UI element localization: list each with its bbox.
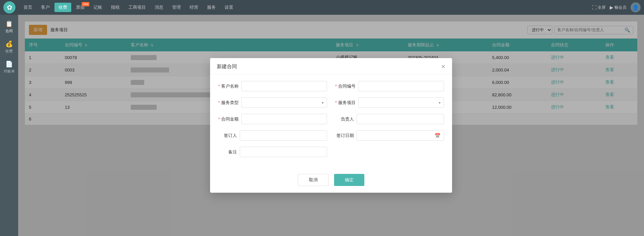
modal-body: 客户名称 合同编号 服务类型 <box>210 74 452 170</box>
notes-label: 备注 <box>218 149 237 155</box>
notes-input[interactable] <box>240 147 327 157</box>
app-logo: ✿ <box>3 1 15 13</box>
sidebar-item-billing[interactable]: 💰 收费 <box>0 38 18 56</box>
fullscreen-button[interactable]: ⛶ 全屏 <box>592 5 606 10</box>
billing-icon: 💰 <box>5 40 13 48</box>
form-group-signer: 签订人 <box>218 130 327 141</box>
new-contract-modal: 新建合同 ✕ 客户名称 合同编号 <box>210 58 452 193</box>
form-group-notes: 备注 <box>218 147 327 157</box>
form-group-contract-amount: 合同金额 0.00 <box>218 114 327 124</box>
customer-name-input[interactable] <box>241 81 327 91</box>
form-group-service-type: 服务类型 ▼ <box>218 97 327 108</box>
cancel-button[interactable]: 取消 <box>298 174 329 186</box>
fullscreen-icon: ⛶ <box>592 5 597 10</box>
form-group-sign-date: 签订日期 2023-06-06 📅 <box>335 130 444 141</box>
contract-no-input[interactable] <box>358 81 444 91</box>
top-right-actions: ⛶ 全屏 ▶ 畅会员 👤 <box>592 2 641 12</box>
service-type-label: 服务类型 <box>218 100 239 106</box>
customer-name-label: 客户名称 <box>218 83 239 89</box>
sidebar-item-statement[interactable]: 📄 对账单 <box>0 58 18 77</box>
signer-input[interactable] <box>240 130 327 141</box>
form-row-2: 服务类型 ▼ 服务项目 ▼ <box>218 97 444 108</box>
form-row-5: 备注 <box>218 147 444 157</box>
service-type-select[interactable] <box>241 97 327 108</box>
avatar[interactable]: 👤 <box>631 2 641 12</box>
statement-icon: 📄 <box>5 60 13 68</box>
nav-item-billing[interactable]: 收费 <box>54 3 71 12</box>
form-group-responsible: 负责人 <box>335 114 444 124</box>
member-button[interactable]: ▶ 畅会员 <box>610 5 627 10</box>
nav-item-bookkeeping[interactable]: 记账 <box>89 3 106 12</box>
nav-item-business[interactable]: 工商项目 <box>124 3 150 12</box>
nav-item-home[interactable]: 首页 <box>19 3 36 12</box>
form-row-1: 客户名称 合同编号 <box>218 81 444 91</box>
sidebar-item-label-contract: 合同 <box>5 29 13 34</box>
service-item-label: 服务项目 <box>335 100 356 106</box>
form-row-4: 签订人 签订日期 2023-06-06 📅 <box>218 130 444 141</box>
nav-items-list: 首页 客户 收费 票据 new 记账 报税 工商项目 消息 管理 经营 服务 设… <box>19 3 592 12</box>
service-type-select-wrapper: ▼ <box>241 97 327 108</box>
modal-header: 新建合同 ✕ <box>210 58 452 74</box>
nav-item-manage[interactable]: 管理 <box>168 3 185 12</box>
user-icon: 👤 <box>632 4 639 11</box>
contract-amount-input[interactable]: 0.00 <box>241 114 327 124</box>
sidebar-item-contract[interactable]: 📋 合同 <box>0 17 18 36</box>
main-layout: 📋 合同 💰 收费 📄 对账单 新增 服务项目 进行中 已完成 已终止 <box>0 15 644 236</box>
fullscreen-label: 全屏 <box>598 5 606 10</box>
member-label: 畅会员 <box>614 5 627 10</box>
form-row-3: 合同金额 0.00 负责人 <box>218 114 444 124</box>
contract-icon: 📋 <box>5 20 13 28</box>
nav-item-customer[interactable]: 客户 <box>37 3 54 12</box>
sign-date-wrapper: 2023-06-06 📅 <box>357 130 444 141</box>
sidebar-item-label-billing: 收费 <box>5 49 13 54</box>
signer-label: 签订人 <box>218 133 237 139</box>
sign-date-input[interactable]: 2023-06-06 <box>360 131 433 140</box>
sidebar: 📋 合同 💰 收费 📄 对账单 <box>0 15 18 236</box>
modal-title: 新建合同 <box>217 63 237 70</box>
form-group-contract-no: 合同编号 <box>335 81 444 91</box>
form-group-customer-name: 客户名称 <box>218 81 327 91</box>
sign-date-label: 签订日期 <box>335 133 354 139</box>
modal-overlay: 新建合同 ✕ 客户名称 合同编号 <box>18 15 644 236</box>
nav-item-tax[interactable]: 报税 <box>107 3 124 12</box>
play-icon: ▶ <box>610 5 613 10</box>
form-group-service-item: 服务项目 ▼ <box>335 97 444 108</box>
modal-footer: 取消 确定 <box>210 170 452 193</box>
top-navigation: ✿ 首页 客户 收费 票据 new 记账 报税 工商项目 消息 管理 经营 服务… <box>0 0 644 15</box>
nav-item-service[interactable]: 服务 <box>203 3 220 12</box>
content-area: 新增 服务项目 进行中 已完成 已终止 🔍 <box>18 15 644 236</box>
nav-item-operation[interactable]: 经营 <box>186 3 202 12</box>
contract-no-label: 合同编号 <box>335 83 356 89</box>
confirm-button[interactable]: 确定 <box>334 174 364 186</box>
service-item-select[interactable] <box>358 97 444 108</box>
sidebar-item-label-statement: 对账单 <box>4 69 15 74</box>
new-badge: new <box>82 2 89 6</box>
nav-item-message[interactable]: 消息 <box>151 3 167 12</box>
responsible-person-label: 负责人 <box>335 116 354 122</box>
service-item-select-wrapper: ▼ <box>358 97 444 108</box>
responsible-person-input[interactable] <box>357 114 444 124</box>
calendar-icon[interactable]: 📅 <box>435 133 440 138</box>
contract-amount-label: 合同金额 <box>218 116 239 122</box>
nav-item-settings[interactable]: 设置 <box>220 3 237 12</box>
modal-close-button[interactable]: ✕ <box>441 64 445 69</box>
